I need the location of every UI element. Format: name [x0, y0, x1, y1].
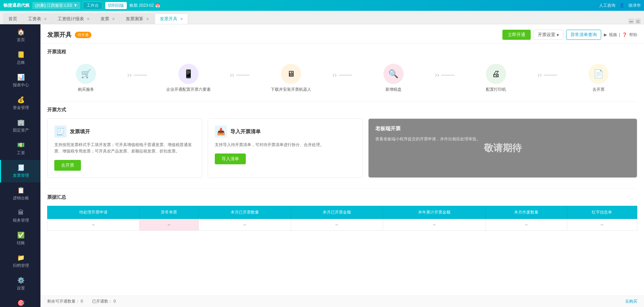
col-void-count: 本月作废数量 [486, 206, 567, 219]
summary-section: 票据汇总 待处理开票申请 异常单票 本月已开票数量 本月已开票金额 本年累计开票… [40, 189, 644, 236]
page-header: 发票开具 待开通 立即开通 开票设置 ▾ 异常清单查询 ▶ 视频 | ❓ 帮助 [40, 24, 644, 44]
val-abnormal: -- [140, 219, 199, 231]
summary-title: 票据汇总 [47, 194, 637, 200]
question-icon: ❓ [622, 32, 627, 37]
method-card-fill-header: 🧾 发票填开 [54, 125, 195, 138]
flow-arrow-2: ›› —— [227, 71, 252, 79]
tab-invoice[interactable]: 发票 ✕ [95, 13, 120, 24]
chevron-down-icon: ▾ [557, 32, 559, 37]
status-badge: 待开通 [75, 32, 91, 38]
method-card-fill: 🧾 发票填开 支持按照发票样式手工填开发票；可开具增值税电子普通发票、增值税普通… [47, 118, 202, 178]
sidebar-item-funds[interactable]: 💰 资金管理 [0, 92, 40, 115]
col-month-count: 本月已开票数量 [199, 206, 291, 219]
flow-steps: 🛒 购买服务 ›› —— 📱 企业开通配置开票六要素 ›› —— 🖥 下载并安装… [47, 60, 637, 96]
col-abnormal: 异常单票 [140, 206, 199, 219]
methods-section: 开票方式 🧾 发票填开 支持按照发票样式手工填开发票；可开具增值税电子普通发票、… [40, 102, 644, 189]
tab-salary[interactable]: 工资表 ✕ [23, 13, 52, 24]
footer-info: 剩余可开通数量： 0 已开通数： 0 [47, 299, 116, 304]
content-area: 发票开具 待开通 立即开通 开票设置 ▾ 异常清单查询 ▶ 视频 | ❓ 帮助 [40, 24, 644, 307]
main-layout: 🏠 首页 📒 总账 📊 报表中心 💰 资金管理 🏢 固定资产 💵 工资 🧾 发票… [0, 24, 644, 307]
view-icon: ▶ [604, 32, 607, 37]
sidebar-item-reports[interactable]: 📊 报表中心 [0, 69, 40, 92]
window-maximize[interactable]: □ [635, 19, 641, 24]
taxdisk-icon: 🔍 [383, 64, 404, 84]
val-pending: -- [48, 219, 140, 231]
period-info: 账期 2023-02 📅 [129, 3, 160, 8]
summary-row: -- -- -- -- -- -- -- [48, 219, 637, 231]
flow-step-printer: 🖨 配置打印机 [458, 64, 535, 92]
top-bar-left: 畅捷通易代账 (勿删) 江西服室-LSS ▼ 工作台 切到旧版 账期 2023-… [3, 2, 160, 9]
flow-section: 开票流程 🛒 购买服务 ›› —— 📱 企业开通配置开票六要素 ›› —— 🖥 … [40, 44, 644, 101]
tab-salary-report[interactable]: 工资统计报表 ✕ [53, 13, 95, 24]
flow-step-issue: 📄 去开票 [560, 64, 637, 92]
top-bar: 畅捷通易代账 (勿删) 江西服室-LSS ▼ 工作台 切到旧版 账期 2023-… [0, 0, 644, 11]
sidebar-item-salary[interactable]: 💵 工资 [0, 137, 40, 160]
tab-invoice-calc[interactable]: 发票测算 ✕ [121, 13, 154, 24]
switch-version-button[interactable]: 切到旧版 [105, 2, 127, 9]
nav-tabs: 首页 工资表 ✕ 工资统计报表 ✕ 发票 ✕ 发票测算 ✕ 发票开具 ✕ — □ [0, 11, 644, 24]
sidebar: 🏠 首页 📒 总账 📊 报表中心 💰 资金管理 🏢 固定资产 💵 工资 🧾 发票… [0, 24, 40, 307]
top-bar-right: 人工咨询 👤 徐泽华 [599, 3, 641, 8]
close-tab-invoice[interactable]: ✕ [112, 17, 115, 21]
close-tab-invoice-calc[interactable]: ✕ [146, 17, 149, 21]
settlement-icon: ✅ [17, 231, 25, 239]
go-buy-link[interactable]: 去购买 [625, 299, 637, 304]
assets-icon: 🏢 [17, 119, 25, 126]
close-tab-salary[interactable]: ✕ [44, 17, 47, 21]
settings-icon: ⚙️ [17, 277, 25, 284]
flow-arrow-4: ›› —— [432, 71, 458, 79]
sidebar-item-tax[interactable]: 🏛 税务管理 [0, 205, 40, 227]
sidebar-item-guide[interactable]: 🎯 新手引导 [0, 295, 40, 307]
tab-home[interactable]: 首页 [3, 13, 22, 24]
col-red-note: 红字信息单 [567, 206, 637, 219]
window-minimize[interactable]: — [628, 19, 634, 24]
abnormal-query-button[interactable]: 异常清单查询 [566, 30, 601, 40]
sidebar-item-settings[interactable]: ⚙️ 设置 [0, 273, 40, 295]
flow-step-config: 📱 企业开通配置开票六要素 [150, 64, 227, 92]
flow-step-download: 🖥 下载并安装开票机器人 [252, 64, 329, 92]
open-settings-button[interactable]: 开票设置 ▾ [533, 30, 563, 40]
close-tab-salary-report[interactable]: ✕ [87, 17, 90, 21]
archive-icon: 📁 [17, 254, 25, 261]
workspace-button[interactable]: 工作台 [83, 2, 103, 9]
sidebar-item-settlement[interactable]: ✅ 结账 [0, 227, 40, 250]
buy-service-icon: 🛒 [76, 64, 96, 84]
import-invoice-icon: 📥 [215, 125, 227, 138]
col-year-amount: 本年累计开票金额 [383, 206, 486, 219]
import-list-button[interactable]: 导入清单 [215, 154, 246, 164]
help-area: ▶ 视频 | ❓ 帮助 [604, 32, 637, 38]
val-red-note: -- [567, 219, 637, 231]
user-name[interactable]: 徐泽华 [628, 3, 641, 8]
config-icon: 📱 [178, 64, 199, 84]
issue-icon: 📄 [588, 64, 609, 84]
sidebar-item-archive[interactable]: 📁 归档管理 [0, 250, 40, 273]
ledger-icon: 📒 [17, 51, 25, 58]
go-issue-button[interactable]: 去开票 [54, 160, 81, 171]
import-invoice-desc: 支持导入待开票清单，可对待开票清单进行拆分、合并处理。 [215, 142, 356, 148]
tax-icon: 🏛 [18, 209, 24, 216]
method-card-old-platform: 老板端开票 查看老板端小程序提交的开票申请，并作出相应处理审批。 敬请期待 [368, 118, 637, 178]
page-title-row: 发票开具 待开通 [47, 31, 91, 39]
sidebar-item-home[interactable]: 🏠 首页 [0, 24, 40, 47]
val-month-amount: -- [291, 219, 383, 231]
open-now-button[interactable]: 立即开通 [502, 30, 531, 40]
app-logo: 畅捷通易代账 [3, 2, 30, 8]
sidebar-item-invoice-mgmt[interactable]: 🧾 发票管理 [0, 160, 40, 183]
methods-title: 开票方式 [47, 107, 637, 113]
sidebar-item-ledger[interactable]: 📒 总账 [0, 47, 40, 69]
close-tab-invoice-tool[interactable]: ✕ [180, 17, 183, 21]
salary-icon: 💵 [17, 141, 25, 149]
sidebar-item-purchase[interactable]: 📋 进销台账 [0, 183, 40, 205]
col-month-amount: 本月已开票金额 [291, 206, 383, 219]
support-link[interactable]: 人工咨询 [599, 3, 615, 8]
flow-step-buy: 🛒 购买服务 [47, 64, 124, 92]
val-year-amount: -- [383, 219, 486, 231]
fill-invoice-icon: 🧾 [54, 125, 66, 138]
sidebar-item-assets[interactable]: 🏢 固定资产 [0, 115, 40, 137]
tab-invoice-tool[interactable]: 发票开具 ✕ [155, 13, 188, 24]
company-selector[interactable]: (勿删) 江西服室-LSS ▼ [32, 2, 80, 9]
flow-arrow-1: ›› —— [124, 71, 150, 79]
page-title: 发票开具 [47, 31, 71, 39]
invoice-icon: 🧾 [17, 164, 25, 171]
col-pending: 待处理开票申请 [48, 206, 140, 219]
